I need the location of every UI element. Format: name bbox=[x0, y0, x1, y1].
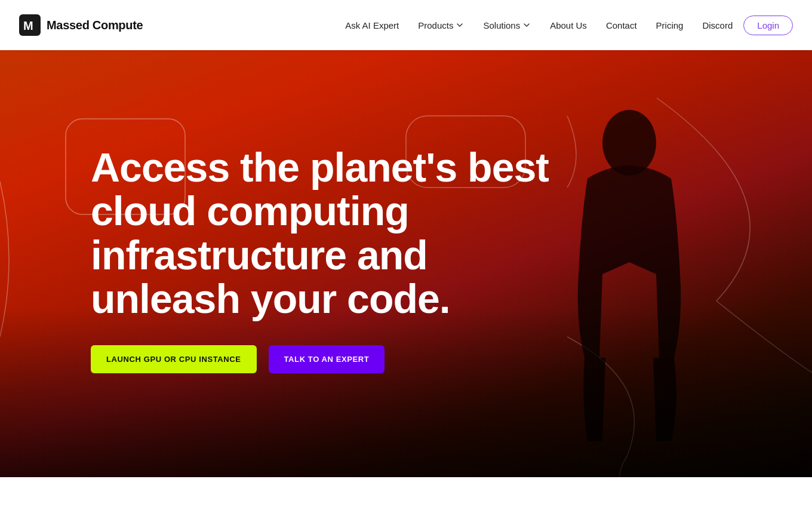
nav-item-solutions[interactable]: Solutions bbox=[475, 16, 539, 35]
nav-item-products[interactable]: Products bbox=[410, 16, 472, 35]
brand-name: Massed Compute bbox=[47, 19, 143, 32]
nav-links: Ask AI Expert Products Solutions About U… bbox=[337, 16, 793, 35]
nav-item-ask-ai-expert[interactable]: Ask AI Expert bbox=[337, 16, 407, 35]
main-nav: M Massed Compute Ask AI Expert Products … bbox=[0, 0, 812, 50]
nav-item-discord[interactable]: Discord bbox=[694, 16, 741, 35]
launch-instance-button[interactable]: LAUNCH GPU OR CPU INSTANCE bbox=[91, 345, 257, 373]
svg-text:M: M bbox=[23, 19, 33, 32]
talk-to-expert-button[interactable]: TALK TO AN EXPERT bbox=[269, 345, 385, 373]
hero-ctas: LAUNCH GPU OR CPU INSTANCE TALK TO AN EX… bbox=[91, 345, 812, 373]
hero-headline: Access the planet's best cloud computing… bbox=[91, 146, 580, 321]
nav-item-pricing[interactable]: Pricing bbox=[648, 16, 692, 35]
nav-item-contact[interactable]: Contact bbox=[598, 16, 645, 35]
login-button[interactable]: Login bbox=[743, 16, 793, 35]
logo-icon: M bbox=[19, 14, 41, 36]
hero-section: Access the planet's best cloud computing… bbox=[0, 50, 812, 477]
hero-content: Access the planet's best cloud computing… bbox=[0, 50, 812, 373]
nav-item-about-us[interactable]: About Us bbox=[542, 16, 595, 35]
below-hero-section: Explore our offerings: bbox=[0, 477, 812, 513]
brand-logo[interactable]: M Massed Compute bbox=[19, 14, 143, 36]
chevron-down-icon bbox=[456, 21, 464, 29]
chevron-down-icon bbox=[522, 21, 531, 29]
